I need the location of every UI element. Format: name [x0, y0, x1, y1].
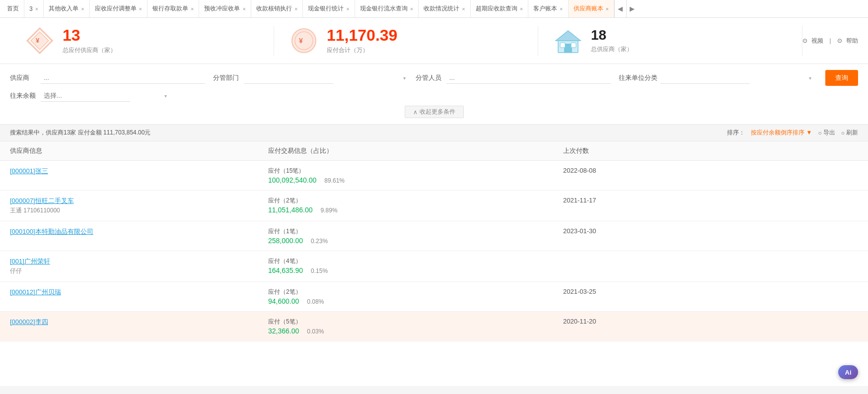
dept-input[interactable] — [244, 72, 333, 84]
help-icon: ⊙ — [837, 37, 842, 44]
payable-info-cell: 应付（4笔） 164,635.90 0.15% — [268, 257, 563, 274]
filter-category: 往来单位分类 ▾ — [619, 72, 814, 84]
payable-amount[interactable]: 94,600.00 — [268, 297, 299, 305]
supplier-info-cell: [000001]张三 — [10, 167, 268, 176]
table-row: [000002]李四 应付（5笔） 32,366.00 0.03% 2020-1… — [0, 312, 868, 341]
payable-row: 32,366.00 0.03% — [268, 327, 563, 335]
close-icon[interactable]: × — [606, 6, 609, 12]
nav-tab-ap-adjust[interactable]: 应收应付调整单 × — [90, 0, 147, 18]
query-button[interactable]: 查询 — [825, 70, 858, 86]
supplier-link[interactable]: [000007]恒旺二手叉车 — [10, 197, 268, 205]
summary-bar: ¥ 13 总应付供应商（家） ¥ 11,170.39 应付合计（万） — [0, 18, 868, 64]
payable-amount[interactable]: 32,366.00 — [268, 327, 299, 335]
table-row: [000012]广州贝瑞 应付（2笔） 94,600.00 0.08% 2021… — [0, 282, 868, 312]
nav-arrow-left[interactable]: ◀ — [614, 0, 626, 18]
balance-chevron-icon: ▾ — [164, 93, 167, 99]
last-pay-date: 2021-11-17 — [563, 197, 596, 204]
supplier-info-cell: [000100]本特勤油品有限公司 — [10, 227, 268, 236]
svg-text:¥: ¥ — [36, 37, 40, 44]
table-row: [000007]恒旺二手叉车 王通 17106110000 应付（2笔） 11,… — [0, 191, 868, 221]
person-input[interactable] — [446, 72, 611, 84]
payable-pct: 0.23% — [311, 238, 328, 245]
refresh-button[interactable]: ○ 刷新 — [841, 129, 858, 137]
export-button[interactable]: ○ 导出 — [818, 129, 835, 137]
nav-tab-prepay[interactable]: 预收冲应收单 × — [199, 0, 251, 18]
nav-arrow-right[interactable]: ▶ — [626, 0, 638, 18]
nav-tab-supplier[interactable]: 供应商账本 × — [569, 0, 614, 18]
results-summary-text: 搜索结果中，供应商13家 应付金额 111,703,854.00元 — [10, 129, 150, 137]
coin-icon: ¥ — [289, 26, 319, 56]
supplier-link[interactable]: [000012]广州贝瑞 — [10, 288, 268, 297]
supplier-link[interactable]: [001]广州荣轩 — [10, 257, 268, 266]
close-icon[interactable]: × — [191, 6, 194, 12]
payable-label: 应付（1笔） — [268, 227, 563, 236]
close-icon[interactable]: × — [462, 6, 465, 12]
payable-pct: 0.03% — [307, 328, 324, 335]
nav-tab-bank-deposit[interactable]: 银行存取款单 × — [147, 0, 199, 18]
collapse-label: 收起更多条件 — [420, 108, 455, 116]
payable-amount[interactable]: 11,051,486.00 — [268, 206, 313, 214]
nav-tab-customer[interactable]: 客户账本 × — [528, 0, 568, 18]
total-suppliers-label: 总供应商（家） — [591, 45, 633, 54]
person-filter-label: 分管人员 — [416, 73, 443, 82]
close-icon[interactable]: × — [242, 6, 245, 12]
summary-text-total-suppliers: 18 总供应商（家） — [591, 28, 633, 54]
payable-label: 应付（2笔） — [268, 197, 563, 205]
payable-total-label: 应付合计（万） — [327, 46, 397, 55]
divider: ｜ — [827, 37, 833, 45]
payable-label: 应付（15笔） — [268, 167, 563, 175]
nav-tab-home[interactable]: 首页 — [2, 0, 24, 18]
video-link[interactable]: 视频 — [811, 37, 823, 45]
total-suppliers-number: 18 — [591, 28, 633, 43]
close-icon[interactable]: × — [81, 6, 84, 12]
supplier-info-cell: [000007]恒旺二手叉车 王通 17106110000 — [10, 197, 268, 215]
nav-tab-collect-stat[interactable]: 收款情况统计 × — [419, 0, 470, 18]
dept-chevron-icon: ▾ — [403, 75, 406, 81]
data-table: 供应商信息 应付交易信息（占比） 上次付数 [000001]张三 应付（15笔）… — [0, 141, 868, 386]
close-icon[interactable]: × — [520, 6, 523, 12]
payable-amount[interactable]: 164,635.90 — [268, 266, 303, 274]
last-pay-cell: 2020-11-20 — [563, 318, 858, 325]
nav-tab-prepay-label: 预收冲应收单 — [204, 4, 240, 13]
close-icon[interactable]: × — [410, 6, 413, 12]
video-icon: ⊙ — [802, 37, 807, 44]
summary-card-total-suppliers: 18 总供应商（家） — [538, 26, 802, 56]
category-filter-label: 往来单位分类 — [619, 73, 657, 82]
close-icon[interactable]: × — [294, 6, 297, 12]
filter-area: 供应商 分管部门 ▾ 分管人员 往来单位分类 ▾ 查询 往来 — [0, 64, 868, 125]
collapse-button[interactable]: ∧ 收起更多条件 — [405, 106, 464, 118]
supplier-link[interactable]: [000001]张三 — [10, 167, 268, 176]
ai-assistant-button[interactable]: Ai — [838, 365, 858, 379]
close-icon[interactable]: × — [35, 6, 38, 12]
summary-card-payable-suppliers: ¥ 13 总应付供应商（家） — [10, 26, 274, 56]
nav-tab-cash-stat-label: 现金银行统计 — [308, 4, 344, 13]
close-icon[interactable]: × — [346, 6, 349, 12]
nav-tab-other-income[interactable]: 其他收入单 × — [44, 0, 89, 18]
balance-input[interactable] — [41, 90, 130, 102]
payable-pct: 89.61% — [324, 177, 345, 184]
supplier-link[interactable]: [000100]本特勤油品有限公司 — [10, 227, 268, 236]
supplier-input[interactable] — [41, 72, 205, 84]
close-icon[interactable]: × — [139, 6, 142, 12]
nav-tab-cash-stat[interactable]: 现金银行统计 × — [303, 0, 355, 18]
payable-info-cell: 应付（2笔） 11,051,486.00 9.89% — [268, 197, 563, 214]
svg-rect-10 — [571, 43, 576, 48]
nav-tab-3[interactable]: 3 × — [24, 0, 44, 18]
payable-amount[interactable]: 258,000.00 — [268, 237, 303, 245]
last-pay-cell: 2021-03-25 — [563, 288, 858, 295]
help-link[interactable]: 帮助 — [846, 37, 858, 45]
dept-filter-label: 分管部门 — [213, 73, 241, 82]
payable-total-number: 11,170.39 — [327, 27, 397, 44]
sort-value[interactable]: 按应付余额倒序排序 ▼ — [751, 129, 812, 137]
supplier-link[interactable]: [000002]李四 — [10, 318, 268, 327]
close-icon[interactable]: × — [560, 6, 563, 12]
nav-tab-overdue[interactable]: 超期应收款查询 × — [471, 0, 528, 18]
supplier-sub: 仔仔 — [10, 267, 268, 275]
column-header-lastpay: 上次付数 — [563, 146, 858, 155]
nav-tab-verify[interactable]: 收款核销执行 × — [251, 0, 303, 18]
category-input[interactable] — [660, 72, 750, 84]
nav-tab-cash-flow[interactable]: 现金银行流水查询 × — [355, 0, 419, 18]
payable-amount[interactable]: 100,092,540.00 — [268, 176, 316, 184]
last-pay-date: 2023-01-30 — [563, 227, 596, 235]
supplier-info-cell: [000012]广州贝瑞 — [10, 288, 268, 297]
